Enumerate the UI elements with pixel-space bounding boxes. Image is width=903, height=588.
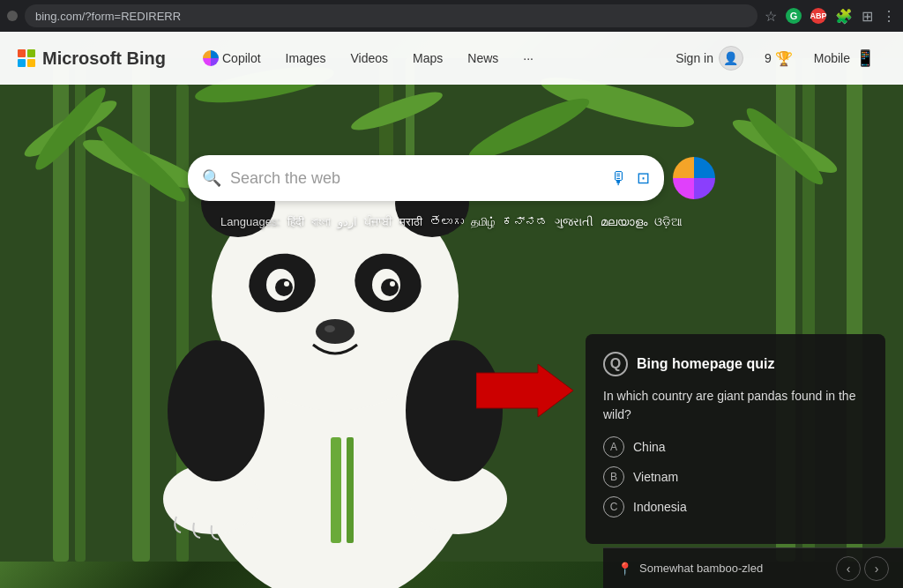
copilot-button[interactable] [673,157,715,199]
option-b-text: Vietnam [633,470,678,484]
copilot-icon [203,50,219,66]
bookmark-icon[interactable]: ☆ [765,8,777,25]
mobile-button[interactable]: Mobile 📱 [803,43,885,73]
lang-urdu[interactable]: اردو [338,215,357,229]
mobile-label: Mobile [814,51,850,65]
svg-point-25 [275,279,293,296]
nav-videos-label: Videos [351,51,389,65]
camera-search-icon[interactable]: ⊡ [637,168,650,188]
quiz-title: Q Bing homepage quiz [603,352,868,376]
lang-malayalam[interactable]: മലയാളം [601,215,647,229]
svg-point-30 [325,325,335,332]
option-a-text: China [633,440,666,454]
quiz-title-text: Bing homepage quiz [637,356,774,372]
ms-square-yellow [27,59,35,67]
nav-copilot[interactable]: Copilot [192,45,272,71]
quiz-option-a[interactable]: A China [603,436,868,458]
search-input[interactable] [230,169,601,188]
browser-dot [7,11,18,21]
svg-point-26 [381,279,399,296]
search-row: 🔍 🎙 ⊡ [188,155,715,201]
sidebar-icon[interactable]: ⊞ [862,8,873,25]
lang-telugu[interactable]: తెలుగు [429,215,464,229]
address-text: bing.com/?form=REDIRERR [35,10,181,23]
adblock-extension-icon[interactable]: ABP [810,8,826,24]
quiz-option-c[interactable]: C Indonesia [603,496,868,517]
bing-logo-text: Microsoft Bing [42,48,166,69]
quiz-option-b[interactable]: B Vietnam [603,466,868,488]
languages-bar: Languages: हिंदी বাংলা اردو ਪੰਜਾਬੀ मराठी… [220,215,683,229]
lang-bangla[interactable]: বাংলা [311,215,331,229]
nav-images[interactable]: Images [275,46,337,71]
nav-copilot-label: Copilot [222,51,261,65]
quiz-icon: Q [603,352,628,376]
sign-in-button[interactable]: Sign in 👤 [665,41,754,76]
lang-tamil[interactable]: தமிழ் [471,215,496,229]
nav-right: Sign in 👤 9 🏆 Mobile 📱 [665,41,885,76]
nav-more-label: ··· [523,51,534,65]
quiz-question: In which country are giant pandas found … [603,387,868,424]
location-info: 📍 Somewhat bamboo-zled [617,562,763,576]
svg-point-27 [284,281,289,287]
nav-images-label: Images [286,51,326,65]
grammarly-extension-icon[interactable]: G [786,8,802,24]
points-badge[interactable]: 9 🏆 [765,50,793,67]
red-arrow-container [476,364,573,421]
quiz-panel: Q Bing homepage quiz In which country ar… [586,334,885,544]
nav-maps-label: Maps [413,51,443,65]
microsoft-squares-icon [18,49,35,67]
points-value: 9 [765,51,772,65]
more-icon[interactable]: ⋮ [882,8,896,25]
lang-punjabi[interactable]: ਪੰਜਾਬੀ [364,215,392,229]
lang-kannada[interactable]: ಕನ್ನಡ [503,215,548,229]
svg-point-35 [168,340,265,481]
microphone-icon[interactable]: 🎙 [610,168,628,189]
option-c-text: Indonesia [633,500,687,514]
nav-videos[interactable]: Videos [340,46,399,71]
nav-news-label: News [467,51,498,65]
next-arrow-button[interactable]: › [864,556,889,581]
lang-odia[interactable]: ଓଡ଼ିଆ [654,215,683,229]
browser-toolbar: ☆ G ABP 🧩 ⊞ ⋮ [765,8,896,25]
red-arrow-icon [476,364,573,417]
navbar: Microsoft Bing Copilot Images Videos Map… [0,32,903,85]
nav-news[interactable]: News [457,46,509,71]
browser-chrome: bing.com/?form=REDIRERR ☆ G ABP 🧩 ⊞ ⋮ [0,0,903,32]
mobile-phone-icon: 📱 [855,48,875,68]
search-area: 🔍 🎙 ⊡ Languages: हिंदी বাংলা اردو ਪੰਜਾਬੀ… [0,85,903,229]
languages-label: Languages: [220,215,280,229]
svg-rect-33 [331,437,341,543]
search-icon: 🔍 [202,168,221,188]
location-text: Somewhat bamboo-zled [639,562,763,575]
nav-maps[interactable]: Maps [402,46,453,71]
lang-hindi[interactable]: हिंदी [287,215,304,229]
ms-square-blue [18,59,26,67]
option-a-circle: A [603,436,624,458]
bing-page: Microsoft Bing Copilot Images Videos Map… [0,32,903,588]
option-b-circle: B [603,466,624,488]
nav-more[interactable]: ··· [512,46,544,71]
bing-logo[interactable]: Microsoft Bing [18,48,166,69]
svg-rect-34 [347,437,354,543]
nav-links: Copilot Images Videos Maps News ··· [192,45,665,71]
ms-square-green [27,49,35,57]
lang-gujarati[interactable]: ગુજરાતી [555,215,593,229]
svg-point-29 [316,319,354,344]
ms-square-red [18,49,26,57]
prev-arrow-button[interactable]: ‹ [836,556,861,581]
svg-marker-40 [476,364,573,417]
search-box[interactable]: 🔍 🎙 ⊡ [188,155,664,201]
user-avatar-icon: 👤 [719,46,743,71]
option-c-circle: C [603,496,624,517]
bottom-bar: 📍 Somewhat bamboo-zled ‹ › [603,547,903,588]
location-pin-icon: 📍 [617,562,632,576]
svg-point-28 [390,281,395,287]
trophy-icon: 🏆 [775,50,793,67]
sign-in-label: Sign in [675,51,713,65]
nav-arrows: ‹ › [836,556,889,581]
lang-marathi[interactable]: मराठी [399,215,422,229]
browser-tab-bar [7,11,18,21]
address-bar[interactable]: bing.com/?form=REDIRERR [25,4,757,27]
browser-extension-icon[interactable]: 🧩 [835,8,853,25]
